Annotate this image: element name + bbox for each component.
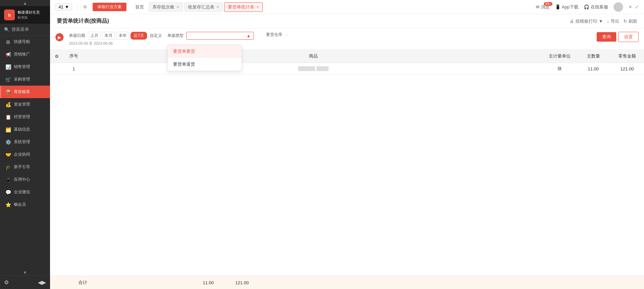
settings-gear-icon[interactable]: ⚙	[83, 4, 87, 9]
date-btn-7days[interactable]: 近7天	[130, 32, 147, 40]
online-service-button[interactable]: 🎧 在线客服	[584, 4, 608, 10]
print-button[interactable]: 🖨 按模板打印 ▼	[570, 18, 603, 24]
row-amount-cell: 121.00	[610, 63, 644, 75]
sidebar-label-shortcuts: 快捷导航	[14, 39, 30, 45]
sidebar-item-collab[interactable]: 🤝 企业协同	[0, 148, 50, 161]
service-icon: 🎧	[584, 4, 589, 9]
header-tabs-bar: 首页 库存批次账 ✕ 收发存汇总表 ✕ 要货单统计表 ✕	[132, 2, 530, 12]
tab-inventory-batch-close[interactable]: ✕	[176, 5, 179, 9]
date-filter-group: 单据日期 上月 本月 本年 近7天 自定义 2023-05-06 至 2023-…	[69, 32, 162, 46]
search-label: 搜索菜单	[11, 26, 29, 32]
tab-home[interactable]: 首页	[132, 3, 147, 12]
type-filter-group: 单据类型 ▲ 要货单要货 要货单退货	[167, 32, 254, 40]
sidebar-item-sales[interactable]: 📊 销售管理	[0, 61, 50, 73]
product-bar-2	[316, 66, 329, 71]
refresh-icon: ↻	[623, 19, 627, 24]
promo-button[interactable]: 体验行业方案	[93, 3, 126, 11]
user-avatar[interactable]	[614, 2, 623, 12]
sidebar-item-wechat[interactable]: 💬 企业微信	[0, 186, 50, 198]
table-header-unit: 主计量单位	[543, 50, 576, 63]
table-header-settings[interactable]: ⚙	[50, 50, 64, 63]
product-placeholder	[88, 66, 539, 71]
sales-icon: 📊	[5, 64, 11, 70]
sidebar-item-shortcuts[interactable]: ⊞ 快捷导航	[0, 36, 50, 48]
date-btn-this-month[interactable]: 本月	[102, 32, 115, 40]
sidebar-item-appstore[interactable]: 📱 应用中心	[0, 173, 50, 186]
message-icon: ✉	[536, 4, 540, 9]
app-edition: 标准版	[18, 15, 40, 20]
footer-total-quantity: 11.00	[191, 280, 225, 285]
warehouse-more-icon[interactable]: ···	[285, 32, 289, 37]
close-window-icon[interactable]: ✕	[628, 4, 632, 9]
table-wrapper: ⚙ 序号 商品 主计量单位 主数量 零售金额 1	[50, 50, 644, 276]
sidebar-nav: ⊞ 快捷导航 📢 营销推广 📊 销售管理 🛒 采购管理 📦 库存核算 💰 资金管…	[0, 36, 50, 269]
page-title-bar: 要货单统计表(按商品) 🖨 按模板打印 ▼ ↓ 导出 ↻ 刷新	[50, 14, 644, 28]
filter-expand-button[interactable]: ▶	[55, 33, 64, 41]
warehouse-filter: 要货仓库 ···	[266, 32, 289, 38]
sidebar-item-basic[interactable]: 🗂️ 基础信息	[0, 123, 50, 136]
page-toolbar: 🖨 按模板打印 ▼ ↓ 导出 ↻ 刷新	[570, 18, 637, 24]
sidebar-scroll-up[interactable]: ▲	[0, 0, 50, 6]
sidebar-search[interactable]: 🔍 搜索菜单	[0, 24, 50, 36]
row-unit-cell: 块	[543, 63, 576, 75]
set-button[interactable]: 设置	[618, 32, 639, 42]
type-filter-label: 单据类型	[167, 33, 184, 39]
sidebar-item-finance[interactable]: 💰 资金管理	[0, 98, 50, 111]
sidebar-item-members[interactable]: ⭐ 畅会员	[0, 198, 50, 211]
tab-order-stat[interactable]: 要货单统计表 ✕	[224, 2, 263, 12]
date-filter-row: 单据日期 上月 本月 本年 近7天 自定义	[69, 32, 162, 40]
marketing-icon: 📢	[5, 52, 11, 57]
sidebar-label-sales: 销售管理	[14, 64, 30, 70]
sidebar-label-finance: 资金管理	[14, 102, 30, 107]
date-btn-last-month[interactable]: 上月	[88, 32, 101, 40]
message-button[interactable]: ✉ 消息 99+	[536, 4, 550, 10]
sidebar-label-collab: 企业协同	[14, 152, 30, 157]
tab-receivable[interactable]: 收发存汇总表 ✕	[184, 2, 223, 12]
sidebar-item-system[interactable]: ⚙️ 系统管理	[0, 136, 50, 148]
sidebar-item-marketing[interactable]: 📢 营销推广	[0, 48, 50, 61]
sidebar-item-guide[interactable]: 🎓 新手引导	[0, 161, 50, 173]
query-button[interactable]: 查询	[597, 32, 616, 42]
sidebar-label-appstore: 应用中心	[14, 177, 30, 182]
sidebar-label-system: 系统管理	[14, 139, 30, 145]
tab-number-selector[interactable]: 41 ▼	[55, 3, 72, 10]
table-header-amount: 零售金额	[610, 50, 644, 63]
sidebar: ▲ b 畅捷通好生意 标准版 🔍 搜索菜单 ⊞ 快捷导航 📢 营销推广 📊 销售…	[0, 0, 50, 289]
header-divider	[77, 4, 78, 10]
tab-inventory-batch-label: 库存批次账	[152, 4, 174, 10]
row-quantity-cell: 11.00	[576, 63, 610, 75]
collab-icon: 🤝	[5, 152, 11, 157]
sidebar-item-operations[interactable]: 📋 经营管理	[0, 111, 50, 123]
table-settings-icon: ⚙	[55, 54, 59, 59]
settings-icon[interactable]: ⚙	[4, 279, 9, 286]
top-header: 41 ▼ ⚙ 体验行业方案 首页 库存批次账 ✕ 收发存汇总表 ✕ 要货单统计表…	[50, 0, 644, 14]
tab-inventory-batch[interactable]: 库存批次账 ✕	[149, 2, 183, 12]
window-controls: ✕ ⤢	[628, 4, 639, 9]
tab-order-stat-close[interactable]: ✕	[256, 5, 259, 9]
sidebar-label-guide: 新手引导	[14, 164, 30, 170]
date-custom-button[interactable]: 自定义	[150, 33, 162, 39]
tab-home-label: 首页	[135, 4, 144, 10]
message-badge: 99+	[544, 2, 552, 6]
tab-receivable-close[interactable]: ✕	[216, 5, 219, 9]
date-preset-buttons: 上月 本月 本年 近7天	[88, 32, 147, 40]
sidebar-item-purchase[interactable]: 🛒 采购管理	[0, 73, 50, 86]
export-button[interactable]: ↓ 导出	[607, 18, 620, 24]
sidebar-item-inventory[interactable]: 📦 库存核算	[0, 86, 50, 98]
sidebar-scroll-down[interactable]: ▼	[0, 269, 50, 275]
date-btn-this-year[interactable]: 本年	[116, 32, 129, 40]
data-table: ⚙ 序号 商品 主计量单位 主数量 零售金额 1	[50, 50, 644, 75]
collapse-icon[interactable]: ◀▶	[38, 279, 46, 286]
export-icon: ↓	[607, 19, 610, 24]
print-label: 按模板打印	[575, 18, 597, 24]
app-download-button[interactable]: 📱 App下载	[555, 4, 578, 10]
refresh-button[interactable]: ↻ 刷新	[623, 18, 637, 24]
dropdown-option-order-goods[interactable]: 要货单要货	[168, 45, 241, 58]
expand-window-icon[interactable]: ⤢	[635, 4, 639, 9]
date-filter-label: 单据日期	[69, 33, 85, 39]
filter-actions: 查询 设置	[597, 32, 639, 42]
type-filter-select[interactable]: ▲	[186, 32, 254, 40]
service-label: 在线客服	[591, 4, 608, 10]
sidebar-label-purchase: 采购管理	[14, 76, 30, 82]
dropdown-option-order-return[interactable]: 要货单退货	[168, 58, 241, 71]
